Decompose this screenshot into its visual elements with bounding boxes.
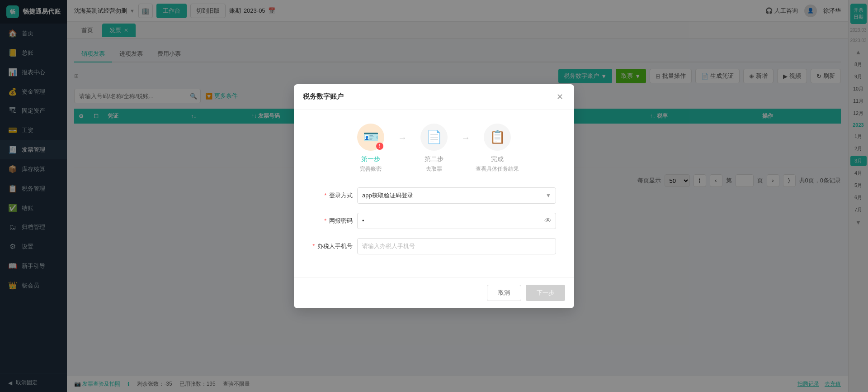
step-1: 🪪 ! 第一步 完善账密: [344, 124, 398, 173]
step-arrow-2: →: [461, 124, 470, 143]
required-mark-3: *: [312, 243, 315, 249]
step-arrow-1: →: [398, 124, 407, 143]
next-button[interactable]: 下一步: [526, 285, 565, 301]
step-3-label: 完成: [491, 155, 504, 163]
step-2-desc: 去取票: [426, 165, 442, 173]
step-1-icon: 🪪 !: [357, 124, 384, 151]
login-method-value: app获取验证码登录: [362, 191, 413, 200]
eye-icon[interactable]: 👁: [544, 217, 552, 225]
cancel-button[interactable]: 取消: [487, 285, 521, 301]
clipboard-icon: 📋: [490, 129, 505, 144]
password-input-wrap: 👁: [357, 213, 556, 229]
password-label: * 网报密码: [312, 217, 353, 225]
modal-overlay: 税务数字账户 ✕ 🪪 ! 第一步 完善账密 →: [0, 0, 868, 392]
phone-input[interactable]: [357, 238, 556, 254]
password-row: * 网报密码 👁: [312, 213, 556, 229]
phone-row: * 办税人手机号: [312, 238, 556, 254]
step-1-label: 第一步: [361, 155, 380, 163]
modal-close-button[interactable]: ✕: [554, 91, 565, 102]
document-icon: 📄: [426, 129, 442, 144]
step-2-icon: 📄: [420, 124, 448, 151]
login-method-row: * 登录方式 app获取验证码登录 ▼: [312, 187, 556, 204]
password-input[interactable]: [357, 213, 556, 229]
phone-label: * 办税人手机号: [312, 242, 353, 250]
login-method-label: * 登录方式: [312, 191, 353, 200]
modal-header: 税务数字账户 ✕: [294, 84, 574, 110]
step-3: 📋 完成 查看具体任务结果: [470, 124, 524, 173]
select-arrow-icon: ▼: [546, 192, 551, 199]
modal-footer: 取消 下一步: [294, 277, 574, 308]
tax-digital-modal: 税务数字账户 ✕ 🪪 ! 第一步 完善账密 →: [294, 84, 574, 308]
step-3-desc: 查看具体任务结果: [476, 165, 519, 173]
step-2-label: 第二步: [425, 155, 443, 163]
modal-title: 税务数字账户: [303, 92, 344, 101]
id-card-icon: 🪪: [363, 129, 379, 144]
required-mark: *: [324, 192, 326, 199]
step-2: 📄 第二步 去取票: [407, 124, 461, 173]
step-1-desc: 完善账密: [360, 165, 382, 173]
phone-input-wrap: [357, 238, 556, 254]
step-error-badge: !: [376, 143, 383, 150]
step-3-icon: 📋: [484, 124, 511, 151]
modal-body: 🪪 ! 第一步 完善账密 → 📄 第二步 去取票 →: [294, 110, 574, 277]
required-mark-2: *: [324, 217, 326, 224]
login-method-select[interactable]: app获取验证码登录 ▼: [357, 187, 556, 204]
steps-row: 🪪 ! 第一步 完善账密 → 📄 第二步 去取票 →: [312, 124, 556, 173]
